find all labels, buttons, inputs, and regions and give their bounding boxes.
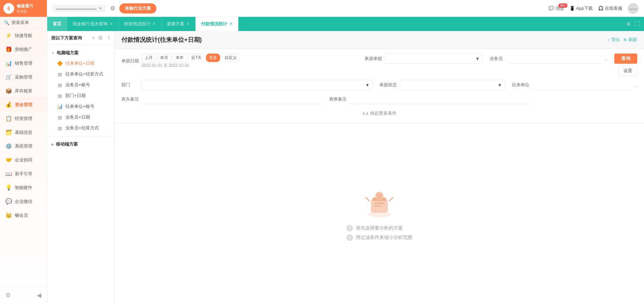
body-note-input[interactable] [349,94,530,104]
plan-staff-settlement-icon: ▦ [57,125,63,131]
plan-unit-account[interactable]: 📊 往来单位+账号 [47,101,114,112]
tab-payments-close[interactable]: ✕ [229,22,233,26]
collapse-more-btn[interactable]: ∧∧ 收起更多条件 [121,108,637,118]
settings-icon[interactable]: ⚙ [110,5,115,12]
date-buttons: 上月 本月 本年 近7天 更多 自定义 [142,54,240,62]
address-text: ▬▬▬▬▬▬▬▬▬▬ [56,6,96,11]
header-note-label: 表头备注 [121,96,139,102]
sidebar-item-guide[interactable]: 📖 新手引导 [0,167,47,181]
tab-bank[interactable]: 现金银行流水查询 ✕ [67,17,119,31]
body-note-filter: 表体备注 [329,94,530,104]
close-all-btn[interactable]: ✕ [626,21,631,27]
sidebar-item-operation[interactable]: 📋 经营管理 [0,112,47,125]
settings-footer-icon[interactable]: ⚙ [5,292,11,299]
address-dropdown-icon[interactable]: ▼ [98,6,103,11]
last-7days-btn[interactable]: 近7天 [188,54,205,62]
collapse-sidebar-icon[interactable]: ◀ [37,292,41,299]
doc-status-select[interactable]: ▼ [400,80,505,90]
sidebar-item-system[interactable]: ⚙️ 系统管理 [0,139,47,153]
finance-icon: 💰 [5,101,12,108]
page-title: 付款情况统计(往来单位+日期) [121,36,202,44]
staff-input[interactable] [509,54,602,64]
custom-date-btn[interactable]: 自定义 [222,54,240,62]
quick-nav-icon: ⚡ [5,32,12,39]
filter-area: 单据日期 上月 本月 本年 近7天 更多 自定义 2022-01-01 至 20… [115,49,644,123]
plan-staff-date[interactable]: ▦ 业务员+日期 [47,112,114,123]
manage-plan-btn[interactable]: ⚙ [98,35,103,41]
plan-unit-date[interactable]: 🔶 往来单位+日期 [47,58,114,69]
tab-home[interactable]: 首页 [47,17,67,31]
online-service-btn[interactable]: 🎧 在线客服 [598,5,622,11]
sidebar-item-sales[interactable]: 📊 销售管理 [0,56,47,70]
sidebar-item-marketing[interactable]: 🎁 营销推广 [0,42,47,56]
header-note-input[interactable] [142,94,322,104]
svg-rect-6 [374,203,384,204]
expand-btn[interactable]: ⛶ [635,21,640,27]
staff-ellipsis[interactable]: ... [604,56,608,61]
dept-dropdown-icon: ▼ [365,83,370,88]
trial-btn[interactable]: 体验行业方案 [119,3,156,13]
plan-dept-date-icon: ▦ [57,93,63,98]
sidebar-item-inventory[interactable]: 📦 库存核算 [0,84,47,98]
sidebar-item-finance[interactable]: 💰 资金管理 [0,98,47,112]
tab-receipts[interactable]: 收款情况统计 ✕ [119,17,162,31]
this-year-btn[interactable]: 本年 [173,54,187,62]
sidebar-item-member[interactable]: 👑 畅会员 [0,208,47,222]
app-download-btn[interactable]: 📱 App下载 [569,5,593,11]
message-btn[interactable]: 💬 消息 99+ [549,5,564,11]
logo-icon: 6 [3,3,14,14]
tabbar-actions: ✕ ⛶ [622,17,644,31]
tab-new-plan-close[interactable]: ✕ [186,22,190,26]
partner-ellipsis[interactable]: ... [634,83,637,88]
plan-staff-settlement[interactable]: ▦ 业务员+结算方式 [47,123,114,133]
plan-unit-settlement[interactable]: ▦ 往来单位+结算方式 [47,69,114,80]
tab-bank-close[interactable]: ✕ [110,22,113,26]
guide-icon: 📖 [5,171,12,177]
query-btn[interactable]: 查询 [614,54,637,64]
user-avatar[interactable]: ▬▬ [628,3,639,14]
more-date-btn[interactable]: 更多 [206,54,220,62]
tab-payments[interactable]: 付款情况统计 ✕ [196,17,238,31]
inventory-icon: 📦 [5,88,12,94]
mobile-section: ▶ 移动端方案 [47,136,114,152]
sidebar-nav: ⚡ 快捷导航 🎁 营销推广 📊 销售管理 🛒 采购管理 📦 库存核算 💰 资金管… [0,29,47,287]
sidebar-item-wechat[interactable]: 💬 企业微信 [0,194,47,208]
sidebar-item-basic[interactable]: 🗂️ 基础信息 [0,125,47,139]
partner-label: 往来单位 [512,82,529,88]
mobile-section-header[interactable]: ▶ 移动端方案 [47,139,114,149]
operation-icon: 📋 [5,115,12,122]
topbar: ▬▬▬▬▬▬▬▬▬▬ ▼ ⚙ 体验行业方案 💬 消息 99+ 📱 App下载 🎧… [47,0,644,17]
filter-row-1: 单据日期 上月 本月 本年 近7天 更多 自定义 2022-01-01 至 20… [121,54,637,76]
doc-status-filter: 单据状态 ▼ [379,80,505,90]
sidebar-item-enterprise[interactable]: 🤝 企业协同 [0,153,47,167]
tab-receipts-close[interactable]: ✕ [152,22,156,26]
date-label: 单据日期 [121,58,139,64]
filter-actions: 查询 设置 [614,54,637,76]
address-bar[interactable]: ▬▬▬▬▬▬▬▬▬▬ ▼ [53,5,106,12]
sidebar-item-purchase[interactable]: 🛒 采购管理 [0,70,47,84]
filter-row-2: 部门 ▼ 单据状态 ▼ 往来单位 [121,80,637,90]
svg-point-4 [377,194,379,196]
doc-status-label: 单据状态 [379,82,397,88]
collapse-icon: ∧∧ [362,111,369,116]
tab-new-plan[interactable]: 新建方案 ✕ [162,17,196,31]
desktop-section-header[interactable]: ▼ 电脑端方案 [47,48,114,58]
dept-select[interactable]: ▼ [141,80,373,90]
source-select[interactable]: ▼ [385,54,483,64]
message-badge: 99+ [558,3,567,8]
dept-filter: 部门 ▼ [121,80,373,90]
collapse-panel-btn[interactable]: 《 [105,34,110,41]
refresh-btn[interactable]: ↻ 刷新 [623,37,637,43]
sidebar-footer: ⚙ ◀ [0,287,47,303]
sidebar-item-hardware[interactable]: 💡 智能硬件 [0,181,47,194]
export-btn[interactable]: ↑ 导出 [608,37,620,43]
search-menu[interactable]: 🔍 搜索菜单 [0,17,47,29]
partner-input[interactable] [532,80,631,90]
sidebar-item-quick-nav[interactable]: ⚡ 快捷导航 [0,29,47,42]
last-month-btn[interactable]: 上月 [142,54,156,62]
plan-staff-account[interactable]: ▦ 业务员+账号 [47,80,114,90]
add-plan-btn[interactable]: ＋ [91,34,96,41]
plan-dept-date[interactable]: ▦ 部门+日期 [47,90,114,101]
this-month-btn[interactable]: 本月 [157,54,171,62]
settings-btn[interactable]: 设置 [618,66,637,76]
